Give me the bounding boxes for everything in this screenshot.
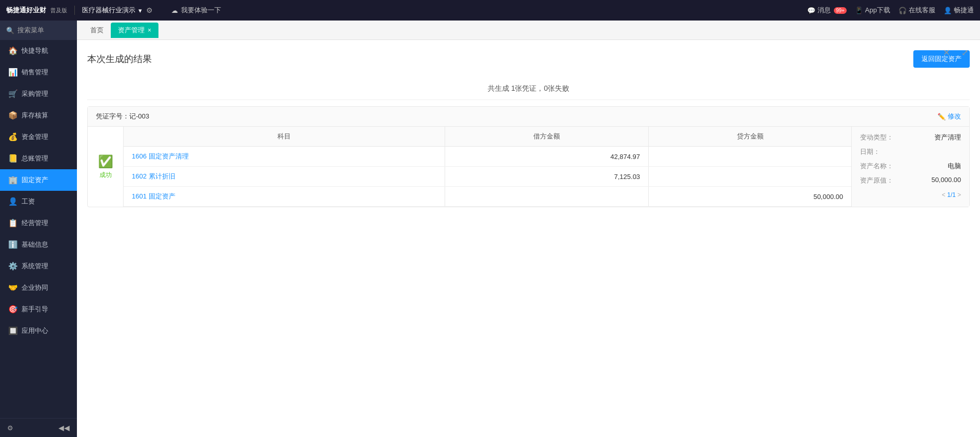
- original-value-label: 资产原值：: [860, 176, 893, 185]
- tab-close-btn[interactable]: ×: [148, 27, 151, 34]
- prev-page-btn[interactable]: <: [942, 191, 946, 198]
- col-header-subject: 科目: [124, 127, 445, 147]
- experience-btn[interactable]: ☁ 我要体验一下: [171, 6, 221, 15]
- business-icon: 📋: [8, 218, 17, 228]
- sidebar-item-business[interactable]: 📋 经营管理: [0, 212, 77, 234]
- sidebar-item-inventory[interactable]: 📦 库存核算: [0, 105, 77, 126]
- debit-cell: 42,874.97: [445, 147, 649, 167]
- sidebar-item-purchase[interactable]: 🛒 采购管理: [0, 83, 77, 105]
- voucher-side: 变动类型： 资产清理 日期： 资产名称： 电脑 资产原值：: [851, 127, 969, 207]
- subject-cell: 1602 累计折旧: [124, 167, 445, 187]
- sidebar-item-appstore[interactable]: 🔲 应用中心: [0, 320, 77, 342]
- sidebar-label-finance: 资金管理: [22, 132, 48, 142]
- company-name: 医疗器械行业演示: [82, 6, 135, 15]
- status-column: ✅ 成功: [88, 127, 124, 207]
- messages-badge: 99+: [834, 7, 847, 14]
- edit-button[interactable]: ✏️ 修改: [937, 112, 961, 121]
- credit-cell: [649, 167, 851, 187]
- experience-label: 我要体验一下: [181, 6, 221, 15]
- sidebar-label-cooperation: 企业协同: [22, 283, 48, 292]
- messages-label: 消息: [817, 6, 831, 15]
- sidebar-search[interactable]: 🔍 搜索菜单: [0, 21, 77, 40]
- sidebar-item-salary[interactable]: 👤 工资: [0, 191, 77, 212]
- next-page-btn[interactable]: >: [957, 191, 961, 198]
- headset-icon: 🎧: [898, 7, 907, 14]
- debit-cell: [445, 187, 649, 207]
- credit-cell: 50,000.00: [649, 187, 851, 207]
- credit-cell: [649, 147, 851, 167]
- side-row-change-type: 变动类型： 资产清理: [860, 133, 961, 142]
- sidebar-item-finance[interactable]: 💰 资金管理: [0, 126, 77, 148]
- side-row-date: 日期：: [860, 147, 961, 156]
- app-download-btn[interactable]: 📱 App下载: [855, 6, 890, 15]
- online-service-btn[interactable]: 🎧 在线客服: [898, 6, 935, 15]
- sidebar-item-sales[interactable]: 📊 销售管理: [0, 62, 77, 83]
- topbar: 畅捷通好业财 普及版 医疗器械行业演示 ▾ ⚙ ☁ 我要体验一下 💬 消息 99…: [0, 0, 980, 21]
- guide-icon: 🎯: [8, 305, 17, 314]
- sidebar-label-inventory: 库存核算: [22, 111, 48, 120]
- app-logo: 畅捷通好业财: [6, 6, 46, 15]
- sidebar-label-appstore: 应用中心: [22, 326, 48, 335]
- panel-controls: ✕ ⤢: [939, 45, 972, 59]
- close-panel-btn[interactable]: ✕: [939, 45, 953, 59]
- col-header-credit: 贷方金额: [649, 127, 851, 147]
- messages-btn[interactable]: 💬 消息 99+: [807, 6, 847, 15]
- asset-name-value: 电脑: [948, 162, 961, 171]
- tab-home-label: 首页: [90, 26, 104, 34]
- sidebar-collapse-btn[interactable]: ◀◀: [58, 424, 70, 432]
- result-summary: 共生成 1张凭证，0张失败: [87, 78, 970, 100]
- fixed-icon: 🏢: [8, 175, 17, 185]
- date-label: 日期：: [860, 147, 880, 156]
- sidebar-label-basics: 基础信息: [22, 240, 48, 249]
- tab-asset-management[interactable]: 资产管理 ×: [111, 23, 158, 38]
- sidebar-bottom: ⚙ ◀◀: [0, 418, 77, 437]
- tabbar: 首页 资产管理 ×: [77, 21, 980, 40]
- sidebar-item-ledger[interactable]: 📒 总账管理: [0, 148, 77, 169]
- search-label: 搜索菜单: [17, 26, 44, 35]
- expand-panel-btn[interactable]: ⤢: [957, 45, 972, 59]
- app-version: 普及版: [50, 7, 67, 14]
- sidebar: 🔍 搜索菜单 🏠 快捷导航 📊 销售管理 🛒 采购管理 📦 库存核算 💰: [0, 21, 77, 437]
- settings-icon[interactable]: ⚙: [146, 6, 153, 14]
- sidebar-item-basics[interactable]: ℹ️ 基础信息: [0, 234, 77, 255]
- app-download-label: App下载: [865, 6, 890, 15]
- voucher-body: ✅ 成功 科目 借方金额 贷方金额: [88, 127, 969, 207]
- sidebar-label-fixed: 固定资产: [22, 175, 48, 185]
- side-row-original-value: 资产原值： 50,000.00: [860, 176, 961, 185]
- subject-cell: 1601 固定资产: [124, 187, 445, 207]
- sidebar-item-quicknav[interactable]: 🏠 快捷导航: [0, 40, 77, 62]
- home-icon: 🏠: [8, 46, 17, 55]
- cooperation-icon: 🤝: [8, 283, 17, 292]
- sidebar-label-quicknav: 快捷导航: [22, 46, 48, 55]
- sidebar-settings-icon[interactable]: ⚙: [7, 424, 13, 432]
- search-icon: 🔍: [6, 27, 14, 34]
- sidebar-item-fixed[interactable]: 🏢 固定资产: [0, 169, 77, 191]
- online-service-label: 在线客服: [909, 6, 935, 15]
- phone-icon: 📱: [855, 7, 863, 14]
- sidebar-item-cooperation[interactable]: 🤝 企业协同: [0, 277, 77, 299]
- sidebar-item-system[interactable]: ⚙️ 系统管理: [0, 255, 77, 277]
- user-icon: 👤: [944, 7, 952, 14]
- success-icon: ✅: [98, 154, 113, 169]
- edit-label: 修改: [948, 112, 961, 121]
- side-pagination: < 1/1 >: [860, 191, 961, 198]
- sidebar-label-sales: 销售管理: [22, 68, 48, 77]
- tab-home[interactable]: 首页: [83, 23, 111, 38]
- table-row: 1602 累计折旧 7,125.03: [124, 167, 851, 187]
- page-title: 本次生成的结果: [87, 53, 152, 65]
- col-header-debit: 借方金额: [445, 127, 649, 147]
- company-selector[interactable]: 医疗器械行业演示 ▾: [82, 6, 142, 15]
- voucher-table: 科目 借方金额 贷方金额 1606 固定资产清理 42,874.97 1602 …: [124, 127, 851, 207]
- success-text: 成功: [99, 171, 112, 180]
- sidebar-label-system: 系统管理: [22, 262, 48, 271]
- cloud-icon: ☁: [171, 7, 178, 14]
- sidebar-label-purchase: 采购管理: [22, 89, 48, 98]
- voucher-card: 凭证字号：记-003 ✏️ 修改 ✅ 成功: [87, 106, 970, 207]
- sidebar-item-guide[interactable]: 🎯 新手引导: [0, 299, 77, 320]
- purchase-icon: 🛒: [8, 89, 17, 98]
- subject-cell: 1606 固定资产清理: [124, 147, 445, 167]
- sidebar-scroll: 🔍 搜索菜单 🏠 快捷导航 📊 销售管理 🛒 采购管理 📦 库存核算 💰: [0, 21, 77, 418]
- user-menu[interactable]: 👤 畅捷通: [944, 6, 974, 15]
- pagination-info: 1/1: [947, 191, 957, 198]
- tab-active-label: 资产管理: [118, 26, 145, 35]
